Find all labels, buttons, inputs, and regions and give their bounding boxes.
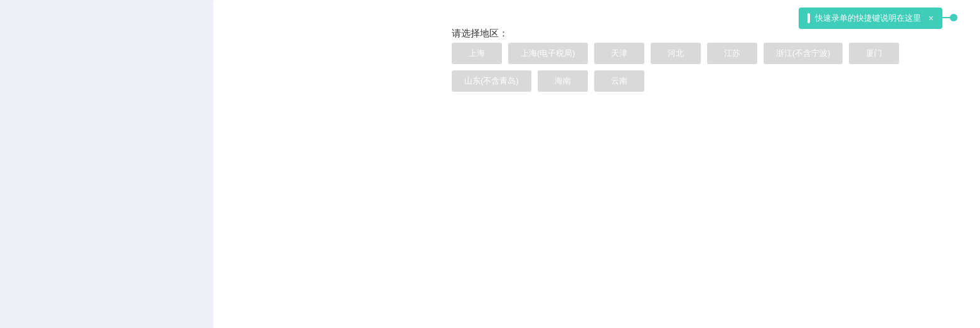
sidebar <box>0 0 213 328</box>
main-content: 请选择地区： 上海 上海(电子税局) 天津 河北 江苏 浙江(不含宁波) 厦门 … <box>213 0 980 328</box>
region-btn-yunnan[interactable]: 云南 <box>594 70 644 92</box>
region-buttons: 上海 上海(电子税局) 天津 河北 江苏 浙江(不含宁波) 厦门 山东(不含青岛… <box>452 43 980 92</box>
region-btn-hainan[interactable]: 海南 <box>538 70 588 92</box>
tooltip-connector-dot <box>950 14 957 21</box>
region-btn-shanghai-etax[interactable]: 上海(电子税局) <box>508 43 588 64</box>
region-btn-xiamen[interactable]: 厦门 <box>849 43 899 64</box>
region-btn-shanghai[interactable]: 上海 <box>452 43 502 64</box>
region-row-1: 上海 上海(电子税局) 天津 河北 江苏 浙江(不含宁波) 厦门 <box>452 43 980 64</box>
region-btn-hebei[interactable]: 河北 <box>651 43 701 64</box>
region-row-2: 山东(不含青岛) 海南 云南 <box>452 70 980 92</box>
tooltip-close-button[interactable]: × <box>929 14 934 23</box>
region-btn-jiangsu[interactable]: 江苏 <box>707 43 757 64</box>
tooltip-text: 快速录单的快捷键说明在这里 <box>815 13 921 24</box>
region-btn-zhejiang[interactable]: 浙江(不含宁波) <box>764 43 843 64</box>
region-label: 请选择地区： <box>452 28 508 40</box>
tooltip-banner: 快速录单的快捷键说明在这里 × <box>799 8 942 29</box>
region-btn-shandong[interactable]: 山东(不含青岛) <box>452 70 531 92</box>
tooltip-bar-accent <box>807 13 810 23</box>
region-btn-tianjin[interactable]: 天津 <box>594 43 644 64</box>
